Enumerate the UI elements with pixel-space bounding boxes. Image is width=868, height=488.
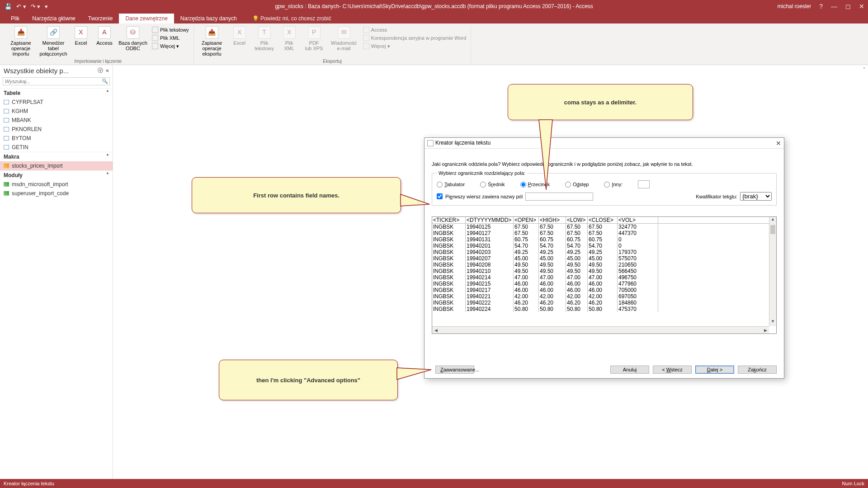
preview-header-cell: <VOL> (618, 217, 658, 223)
preview-cell: 19940221 (466, 293, 514, 300)
radio-space[interactable]: Odstęp (565, 182, 589, 188)
data-preview: <TICKER><DTYYYYMMDD><OPEN><HIGH><LOW><CL… (432, 216, 777, 334)
saved-exports-button[interactable]: 📤Zapisaneoperacje eksportu (197, 25, 227, 57)
undo-icon[interactable]: ↶ ▾ (16, 3, 26, 10)
scroll-left-icon[interactable]: ◀ (432, 327, 439, 333)
close-icon[interactable]: ✕ (859, 3, 864, 10)
tab-external-data[interactable]: Dane zewnętrzne (119, 14, 174, 23)
delimiter-fieldset: Wybierz ogranicznik rozdzielający pola: … (432, 170, 777, 206)
callout-delimiter: coma stays as a delimiter. (508, 84, 693, 120)
radio-other[interactable]: Inny: (604, 182, 623, 188)
export-word-merge-button[interactable]: Korespondencja seryjna w programie Word (361, 34, 468, 42)
export-email-button[interactable]: ✉Wiadomośće-mail (329, 25, 359, 52)
excel-icon: X (233, 26, 246, 39)
search-icon[interactable]: 🔍 (102, 78, 108, 84)
preview-cell: INGBSK (432, 249, 466, 255)
tab-file[interactable]: Plik (5, 14, 26, 23)
section-modules[interactable]: Moduły˄ (0, 170, 113, 180)
qat-customize-icon[interactable]: ▾ (45, 3, 48, 10)
preview-cell: 47.00 (514, 274, 539, 281)
saved-imports-button[interactable]: 📥Zapisaneoperacje importu (5, 25, 36, 57)
preview-cell: INGBSK (432, 230, 466, 236)
radio-tab[interactable]: Tabulator (437, 182, 465, 188)
save-icon[interactable]: 💾 (5, 3, 12, 10)
preview-cell: 49.25 (514, 249, 539, 255)
preview-cell: INGBSK (432, 281, 466, 287)
cancel-button[interactable]: Anuluj (610, 366, 649, 374)
export-xml-button[interactable]: XPlikXML (279, 25, 300, 52)
redo-icon[interactable]: ↷ ▾ (31, 3, 41, 10)
module-item[interactable]: superuser_import_code (0, 189, 113, 198)
preview-cell: 46.20 (514, 300, 539, 306)
tab-database-tools[interactable]: Narzędzia bazy danych (174, 14, 243, 23)
export-access-button[interactable]: Access (361, 26, 468, 33)
group-export-label: Eksportuj (323, 59, 342, 65)
other-delimiter-input[interactable] (638, 180, 650, 188)
linked-table-manager-button[interactable]: 🔗Menedżer tabelpołączonych (38, 25, 69, 57)
table-item[interactable]: CYFRPLSAT (0, 98, 113, 107)
search-input[interactable] (3, 77, 110, 85)
table-icon (4, 118, 9, 122)
table-icon (4, 100, 9, 104)
preview-cell: 477960 (618, 281, 658, 287)
callout-first-row: First row contains field names. (192, 177, 401, 213)
export-excel-button[interactable]: XExcel (229, 25, 250, 47)
scroll-thumb[interactable] (770, 225, 775, 234)
first-row-extra-input[interactable] (525, 192, 593, 201)
nav-collapse-icon[interactable]: ⓥ « (98, 67, 109, 75)
table-item[interactable]: BYTOM (0, 134, 113, 143)
preview-vertical-scrollbar[interactable]: ▲ ▼ (769, 217, 776, 326)
export-text-button[interactable]: TPliktekstowy (252, 25, 277, 52)
collapse-ribbon-icon[interactable]: ˄ (863, 67, 865, 72)
dialog-close-button[interactable]: ✕ (776, 140, 781, 147)
scroll-down-icon[interactable]: ▼ (769, 319, 776, 326)
macro-item[interactable]: stocks_prices_import (0, 161, 113, 170)
table-item[interactable]: GETIN (0, 143, 113, 152)
radio-semicolon[interactable]: Średnik (480, 182, 505, 188)
text-qualifier-select[interactable]: {brak} (740, 192, 772, 201)
preview-cell: 324770 (618, 224, 658, 230)
section-macros[interactable]: Makra˄ (0, 152, 113, 161)
preview-row: INGBSK1994013160.7560.7560.7560.750 (432, 236, 776, 243)
preview-horizontal-scrollbar[interactable]: ◀ ▶ (432, 326, 769, 333)
ribbon: 📥Zapisaneoperacje importu 🔗Menedżer tabe… (0, 23, 868, 65)
table-item[interactable]: PKNORLEN (0, 125, 113, 134)
finish-button[interactable]: Zakończ (738, 366, 777, 374)
import-more-button[interactable]: Więcej ▾ (150, 42, 191, 50)
tell-me[interactable]: 💡 Powiedz mi, co chcesz zrobić (248, 14, 336, 23)
export-pdf-button[interactable]: PPDFlub XPS (302, 25, 327, 52)
scroll-up-icon[interactable]: ▲ (769, 217, 776, 224)
table-item[interactable]: MBANK (0, 116, 113, 125)
preview-cell: 19940215 (466, 281, 514, 287)
preview-cell: 475370 (618, 306, 658, 312)
nav-title[interactable]: Wszystkie obiekty p... (4, 67, 69, 75)
advanced-button[interactable]: Zaawansowane... (435, 366, 474, 374)
preview-header-cell: <HIGH> (539, 217, 566, 223)
minimize-icon[interactable]: — (831, 3, 837, 10)
help-icon[interactable]: ? (819, 3, 823, 10)
import-xml-button[interactable]: Plik XML (150, 34, 191, 42)
tab-home[interactable]: Narzędzia główne (26, 14, 81, 23)
import-access-button[interactable]: AAccess (93, 25, 116, 47)
svg-marker-2 (397, 368, 431, 380)
maximize-icon[interactable]: ◻ (845, 3, 851, 10)
first-row-checkbox[interactable] (437, 193, 443, 199)
back-button[interactable]: < Wstecz (653, 366, 692, 374)
table-item[interactable]: KGHM (0, 107, 113, 116)
module-item[interactable]: msdn_microsoft_import (0, 180, 113, 189)
preview-cell: 42.00 (566, 293, 588, 300)
preview-cell: 67.50 (539, 224, 566, 230)
scroll-right-icon[interactable]: ▶ (762, 327, 769, 333)
more-icon (363, 43, 369, 49)
preview-header-cell: <TICKER> (432, 217, 466, 223)
user-name[interactable]: michal roesler (778, 3, 811, 9)
import-odbc-button[interactable]: ⛁Baza danychODBC (118, 25, 148, 52)
section-tables[interactable]: Tabele˄ (0, 88, 113, 98)
next-button[interactable]: Dalej > (695, 366, 734, 374)
import-excel-button[interactable]: XExcel (71, 25, 91, 47)
export-more-button[interactable]: Więcej ▾ (361, 42, 468, 50)
preview-cell: 19940131 (466, 236, 514, 243)
preview-cell: 54.70 (566, 243, 588, 249)
tab-create[interactable]: Tworzenie (82, 14, 119, 23)
import-text-file-button[interactable]: Plik tekstowy (150, 26, 191, 33)
